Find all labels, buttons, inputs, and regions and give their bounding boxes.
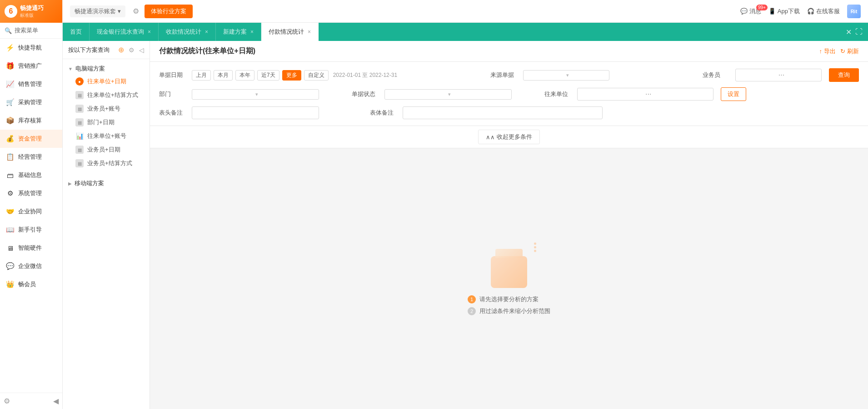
- newbie-icon: 📖: [5, 225, 15, 234]
- date-btn-more[interactable]: 更多: [282, 70, 301, 81]
- sidebar-item-basic-info[interactable]: 🗃 基础信息: [0, 166, 62, 184]
- refresh-icon: ↻: [840, 48, 845, 55]
- export-icon: ↑: [819, 48, 823, 55]
- refresh-button[interactable]: ↻ 刷新: [840, 47, 859, 56]
- scheme-item-label: 往来单位+账号: [87, 132, 126, 140]
- setting-button[interactable]: 设置: [721, 87, 746, 101]
- scheme-add-icon[interactable]: ⊕: [118, 45, 124, 54]
- message-button[interactable]: 💬 消息 99+: [740, 7, 761, 15]
- dropdown-arrow-icon: ▾: [118, 8, 121, 15]
- desktop-group-header[interactable]: ▼ 电脑端方案: [63, 63, 150, 75]
- page-actions: ↑ 导出 ↻ 刷新: [819, 47, 859, 56]
- search-menu-item[interactable]: 🔍 搜索菜单: [0, 23, 62, 39]
- desktop-group-label: 电脑端方案: [75, 65, 105, 73]
- tab-new-scheme[interactable]: 新建方案 ×: [216, 23, 261, 41]
- tab-home-label: 首页: [70, 28, 82, 36]
- empty-illustration: [482, 242, 536, 288]
- online-service-button[interactable]: 🎧 在线客服: [807, 7, 840, 15]
- tab-bar: 首页 现金银行流水查询 × 收款情况统计 × 新建方案 × 付款情况统计 × ✕…: [63, 23, 868, 41]
- filter-row-3: 表头备注 表体备注: [159, 106, 859, 119]
- header-remark-input[interactable]: [192, 106, 319, 119]
- mobile-group-label: 移动端方案: [75, 179, 104, 187]
- header-gear-icon[interactable]: ⚙: [133, 7, 139, 15]
- tab-receipt-stats[interactable]: 收款情况统计 ×: [159, 23, 216, 41]
- basic-info-icon: 🗃: [5, 171, 15, 180]
- enterprise-icon: 🤝: [5, 207, 15, 216]
- sidebar-item-inventory[interactable]: 📦 库存核算: [0, 111, 62, 130]
- mobile-group-header[interactable]: ▶ 移动端方案: [63, 177, 150, 189]
- logo-name: 畅捷通巧: [20, 4, 44, 12]
- scheme-item-icon-unit-account: 📊: [75, 132, 84, 140]
- salesperson-select[interactable]: ···: [735, 69, 822, 81]
- tab-bar-actions: ✕ ⛶: [840, 23, 868, 41]
- logo-edition: 标准版: [20, 12, 44, 19]
- body-remark-input[interactable]: [403, 106, 603, 119]
- sidebar-item-enterprise[interactable]: 🤝 企业协同: [0, 202, 62, 221]
- sidebar-item-system[interactable]: ⚙ 系统管理: [0, 184, 62, 202]
- date-btn-custom[interactable]: 自定义: [304, 70, 329, 81]
- scheme-item-staff-settle[interactable]: ▦ 业务员+结算方式: [63, 157, 150, 170]
- tab-new-scheme-close-icon[interactable]: ×: [250, 29, 254, 35]
- sidebar-item-label: 营销推广: [18, 62, 42, 70]
- tab-close-all-icon[interactable]: ✕: [846, 28, 852, 36]
- tab-payment-stats[interactable]: 付款情况统计 ×: [261, 23, 319, 41]
- scheme-item-unit-date[interactable]: ● 往来单位+日期: [63, 75, 150, 88]
- dept-select[interactable]: ▾: [192, 89, 319, 100]
- sidebar-item-operation[interactable]: 📋 经营管理: [0, 148, 62, 166]
- date-btn-this-year[interactable]: 本年: [235, 70, 254, 81]
- sidebar-item-marketing[interactable]: 🎁 营销推广: [0, 57, 62, 75]
- tab-receipt-stats-close-icon[interactable]: ×: [205, 29, 208, 35]
- sidebar-item-sales[interactable]: 📈 销售管理: [0, 75, 62, 93]
- export-button[interactable]: ↑ 导出: [819, 47, 836, 56]
- query-button[interactable]: 查询: [829, 68, 859, 82]
- sidebar-item-hardware[interactable]: 🖥 智能硬件: [0, 239, 62, 257]
- date-filter-label: 单据日期: [159, 71, 185, 79]
- scheme-settings-icon[interactable]: ⚙: [129, 46, 135, 54]
- settings-gear-icon[interactable]: ⚙: [4, 397, 10, 405]
- collapse-sidebar-icon[interactable]: ◀: [53, 397, 59, 405]
- sidebar-item-wechat[interactable]: 💬 企业微信: [0, 257, 62, 275]
- tab-bank-flow-close-icon[interactable]: ×: [148, 29, 151, 35]
- sidebar-item-finance[interactable]: 💰 资金管理: [0, 130, 62, 148]
- empty-tip-1: 1 请先选择要分析的方案: [468, 295, 550, 303]
- scheme-item-unit-account[interactable]: 📊 往来单位+账号: [63, 129, 150, 143]
- content-empty-area: 1 请先选择要分析的方案 2 用过滤条件来缩小分析范围: [150, 148, 868, 409]
- scheme-item-staff-account[interactable]: ▦ 业务员+账号: [63, 102, 150, 116]
- service-label: 在线客服: [816, 7, 840, 15]
- trial-button[interactable]: 体验行业方案: [145, 5, 193, 18]
- main-area: 畅捷通演示账套 ▾ ⚙ 体验行业方案 💬 消息 99+ 📱 App下载 🎧 在线…: [63, 0, 868, 409]
- sidebar-item-label: 新手引导: [18, 226, 42, 234]
- partner-select[interactable]: ···: [577, 88, 713, 101]
- desktop-scheme-group: ▼ 电脑端方案 ● 往来单位+日期 ▦ 往来单位+结算方式 ▦ 业务员+账号 ▦: [63, 59, 150, 174]
- partner-dots-icon[interactable]: ···: [644, 90, 709, 98]
- scheme-item-label: 往来单位+结算方式: [87, 91, 138, 99]
- sidebar-item-vip[interactable]: 👑 畅会员: [0, 275, 62, 293]
- scheme-item-staff-date[interactable]: ▦ 业务员+日期: [63, 143, 150, 157]
- source-doc-select[interactable]: ▾: [523, 70, 609, 81]
- collapse-row: ∧∧ 收起更多条件: [150, 126, 868, 148]
- date-btn-this-month[interactable]: 本月: [214, 70, 233, 81]
- date-buttons: 上月 本月 本年 近7天 更多 自定义 2022-01-01 至 2022-12…: [192, 70, 397, 81]
- collapse-btn-label: 收起更多条件: [497, 133, 532, 141]
- collapse-conditions-button[interactable]: ∧∧ 收起更多条件: [478, 130, 540, 144]
- date-btn-last-month[interactable]: 上月: [192, 70, 211, 81]
- sidebar-bottom: ⚙ ◀: [0, 393, 62, 409]
- scheme-item-dept-date[interactable]: ▦ 部门+日期: [63, 116, 150, 129]
- date-btn-last-7days[interactable]: 近7天: [257, 70, 279, 81]
- app-download-button[interactable]: 📱 App下载: [768, 7, 800, 15]
- tab-maximize-icon[interactable]: ⛶: [855, 28, 863, 36]
- doc-status-select[interactable]: ▾: [384, 89, 512, 100]
- sidebar-item-quick-nav[interactable]: ⚡ 快捷导航: [0, 39, 62, 57]
- app-label: App下载: [778, 7, 800, 15]
- sidebar-item-newbie[interactable]: 📖 新手引导: [0, 221, 62, 239]
- user-avatar[interactable]: Rit: [847, 5, 861, 18]
- tab-payment-stats-close-icon[interactable]: ×: [308, 29, 311, 35]
- tab-bank-flow[interactable]: 现金银行流水查询 ×: [90, 23, 159, 41]
- scheme-collapse-icon[interactable]: ◁: [139, 46, 144, 54]
- company-selector[interactable]: 畅捷通演示账套 ▾: [70, 5, 125, 17]
- sidebar-item-label: 基础信息: [18, 171, 42, 179]
- tab-home[interactable]: 首页: [63, 23, 90, 41]
- scheme-item-unit-settle[interactable]: ▦ 往来单位+结算方式: [63, 88, 150, 102]
- sidebar-item-purchase[interactable]: 🛒 采购管理: [0, 93, 62, 111]
- salesperson-dots-icon[interactable]: ···: [777, 71, 818, 79]
